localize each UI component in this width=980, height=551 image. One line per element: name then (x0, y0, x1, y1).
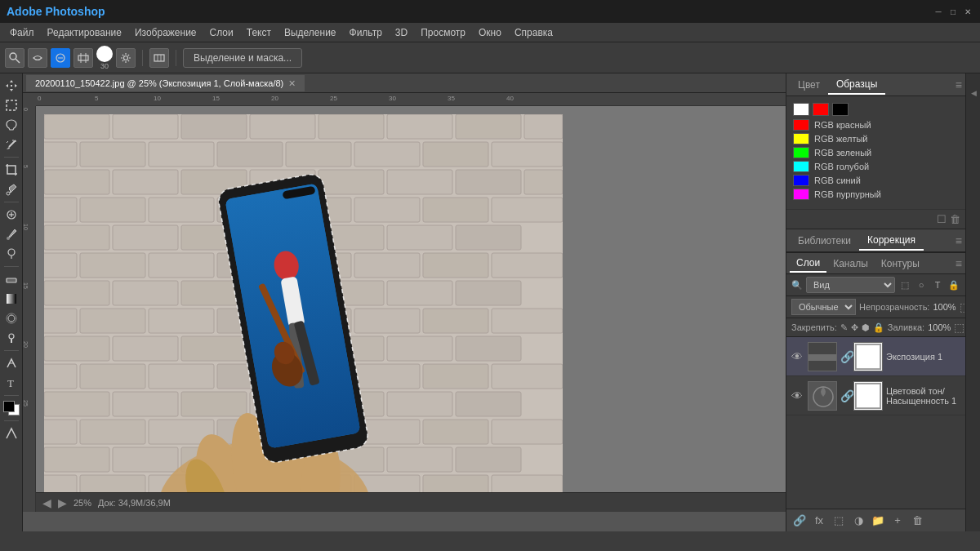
options-brush-type[interactable] (149, 48, 169, 68)
menu-layers[interactable]: Слои (203, 24, 240, 41)
layers-mask-button[interactable]: ⬚ (831, 513, 847, 529)
options-tool4[interactable] (74, 48, 93, 68)
eraser-tool[interactable] (2, 270, 20, 288)
pen-tool[interactable] (2, 354, 20, 372)
delete-swatch-button[interactable]: 🗑 (950, 213, 960, 225)
fill-value[interactable]: 100% (928, 322, 951, 332)
swatch-red-top[interactable] (813, 103, 829, 116)
menu-window[interactable]: Окно (472, 24, 508, 41)
scroll-right-arrow[interactable]: ▶ (58, 496, 67, 509)
svg-rect-121 (492, 420, 563, 444)
lock-artboard-icon[interactable]: ⬢ (862, 321, 870, 334)
layers-adjustment-button[interactable]: ◑ (850, 513, 866, 529)
options-tool2[interactable] (28, 48, 47, 68)
type-tool[interactable]: T (2, 374, 20, 392)
menu-image[interactable]: Изображение (128, 24, 203, 41)
crop-tool[interactable] (2, 161, 20, 179)
eyedropper-tool[interactable] (2, 180, 20, 198)
color-panel-options[interactable]: ≡ (956, 78, 962, 91)
lock-all-icon[interactable]: 🔒 (873, 321, 884, 334)
svg-rect-11 (11, 85, 12, 87)
tab-paths[interactable]: Контуры (875, 256, 926, 272)
menu-file[interactable]: Файл (3, 24, 41, 41)
options-settings[interactable] (116, 48, 136, 68)
layers-group-button[interactable]: 📁 (870, 513, 886, 529)
tab-channels[interactable]: Каналы (826, 256, 875, 272)
blur-tool[interactable] (2, 309, 20, 327)
blend-mode-bar: Обычные Непрозрачность: 100% ⬚ (786, 296, 965, 318)
dodge-tool[interactable] (2, 329, 20, 347)
layers-fx-button[interactable]: fx (811, 513, 827, 529)
layers-panel-options[interactable]: ≡ (956, 257, 962, 270)
rectangular-marquee-tool[interactable] (2, 96, 20, 114)
filter-icon1[interactable]: ⬚ (898, 278, 911, 291)
lock-move-icon[interactable]: ✥ (851, 321, 858, 334)
menu-filter[interactable]: Фильтр (343, 24, 389, 41)
lock-pixels-icon[interactable]: ✎ (840, 321, 848, 334)
menu-help[interactable]: Справка (508, 24, 559, 41)
scroll-left-arrow[interactable]: ◀ (42, 496, 51, 509)
layer-row-hue-saturation[interactable]: 👁 🔗 Цве (786, 376, 965, 415)
layer-visibility-exposure[interactable]: 👁 (791, 350, 804, 363)
blend-mode-select[interactable]: Обычные (791, 299, 856, 315)
brush-tool[interactable] (2, 225, 20, 243)
layer-visibility-hue[interactable]: 👁 (791, 389, 804, 402)
svg-rect-113 (456, 392, 521, 416)
menu-3d[interactable]: 3D (389, 24, 414, 41)
filter-icon4[interactable]: 🔒 (947, 278, 960, 291)
opacity-value[interactable]: 100% (933, 302, 956, 312)
options-bar: 30 Выделение и маска... (0, 42, 980, 73)
tab-libraries[interactable]: Библиотеки (790, 232, 859, 250)
clone-stamp-tool[interactable] (2, 245, 20, 263)
tab-correction[interactable]: Коррекция (859, 231, 924, 251)
healing-brush-tool[interactable] (2, 206, 20, 224)
svg-rect-123 (113, 447, 178, 472)
swatch-item-green[interactable]: RGB зеленый (793, 147, 959, 158)
filter-icon3[interactable]: T (931, 278, 944, 291)
adjustment-panel-options[interactable]: ≡ (956, 234, 962, 247)
swatch-item-yellow[interactable]: RGB желтый (793, 133, 959, 144)
close-button[interactable]: ✕ (962, 6, 973, 17)
menu-view[interactable]: Просмотр (414, 24, 472, 41)
swatch-black[interactable] (832, 103, 849, 116)
window-controls[interactable]: ─ □ ✕ (933, 6, 973, 17)
swatch-white[interactable] (793, 103, 809, 116)
foreground-color[interactable] (3, 401, 15, 412)
tab-swatches[interactable]: Образцы (828, 75, 885, 95)
swatch-item-red[interactable]: RGB красный (793, 119, 959, 131)
gradient-tool[interactable] (2, 290, 20, 308)
path-selection-tool[interactable] (2, 424, 20, 442)
menu-text[interactable]: Текст (240, 24, 278, 41)
magic-wand-tool[interactable] (2, 136, 20, 153)
swatch-color-green (793, 147, 809, 158)
menu-edit[interactable]: Редактирование (41, 24, 128, 41)
swatch-label-blue: RGB синий (814, 176, 861, 185)
foreground-background-colors[interactable] (3, 401, 20, 415)
tab-close-button[interactable]: ✕ (288, 78, 296, 89)
svg-rect-34 (318, 114, 384, 139)
layers-delete-button[interactable]: 🗑 (909, 513, 925, 529)
options-tool1[interactable] (5, 48, 24, 68)
swatch-item-magenta[interactable]: RGB пурпурный (793, 189, 959, 200)
add-swatch-button[interactable]: ☐ (937, 213, 947, 225)
layer-name-exposure: Экспозиция 1 (886, 352, 960, 362)
move-tool[interactable] (2, 77, 20, 95)
layers-new-button[interactable]: + (889, 513, 906, 529)
tab-color[interactable]: Цвет (790, 76, 828, 94)
selection-mask-button[interactable]: Выделение и маска... (183, 48, 302, 68)
filter-icon2[interactable]: ○ (915, 278, 928, 291)
lasso-tool[interactable] (2, 116, 20, 134)
layers-link-button[interactable]: 🔗 (791, 513, 808, 529)
canvas-tab[interactable]: 20200110_150422.jpg @ 25% (Экспозиция 1,… (26, 75, 305, 91)
swatch-label-red: RGB красный (814, 120, 871, 130)
menu-selection[interactable]: Выделение (278, 24, 343, 41)
maximize-button[interactable]: □ (947, 6, 959, 17)
layers-filter-dropdown[interactable]: Вид (806, 277, 895, 293)
swatch-item-blue[interactable]: RGB синий (793, 175, 959, 186)
far-right-btn1[interactable]: ◀ (967, 77, 980, 109)
layer-row-exposure[interactable]: 👁 🔗 Экспозиция 1 (786, 337, 965, 376)
swatch-item-cyan[interactable]: RGB голубой (793, 161, 959, 172)
tab-layers[interactable]: Слои (790, 255, 826, 273)
options-tool3[interactable] (51, 48, 70, 68)
minimize-button[interactable]: ─ (933, 6, 944, 17)
